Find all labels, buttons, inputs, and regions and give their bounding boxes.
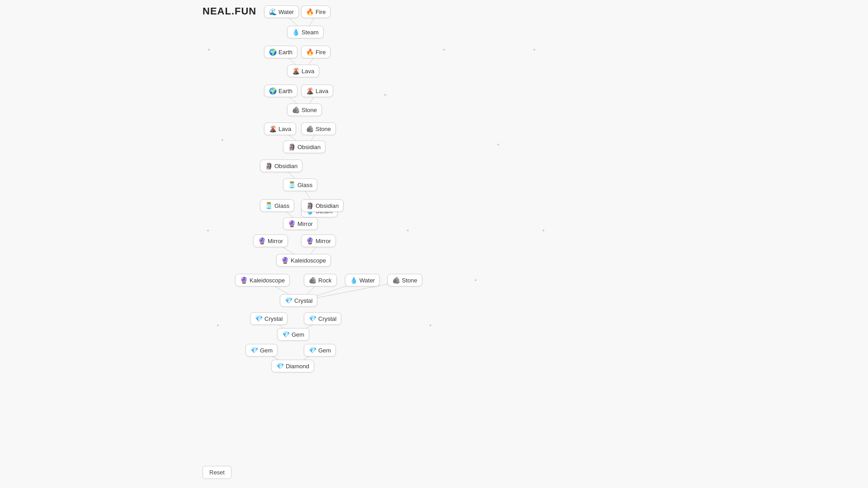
element-label: Water xyxy=(278,9,294,15)
element-label: Fire xyxy=(316,49,326,56)
element-label: Obsidian xyxy=(316,202,339,209)
element-gem3[interactable]: 💎Gem xyxy=(304,344,336,357)
element-fire2[interactable]: 🔥Fire xyxy=(301,46,330,58)
element-emoji: 💎 xyxy=(285,297,292,304)
element-emoji: 🌋 xyxy=(306,87,314,94)
reset-button[interactable]: Reset xyxy=(203,466,231,479)
element-emoji: 🫙 xyxy=(288,181,296,188)
element-emoji: 💎 xyxy=(250,347,258,354)
element-label: Lava xyxy=(316,88,328,94)
element-label: Crystal xyxy=(294,297,312,304)
element-label: Earth xyxy=(278,88,292,94)
element-mirror1[interactable]: 🔮Mirror xyxy=(283,217,318,230)
element-earth1[interactable]: 🌍Earth xyxy=(264,46,297,58)
element-stone1[interactable]: 🪨Stone xyxy=(287,103,322,116)
element-emoji: 🪨 xyxy=(392,277,400,284)
logo: NEAL.FUN xyxy=(203,5,256,17)
decorative-dot xyxy=(443,49,445,51)
element-label: Stone xyxy=(316,126,331,132)
element-lava1[interactable]: 🌋Lava xyxy=(287,65,319,77)
element-stone3[interactable]: 🪨Stone xyxy=(387,274,422,286)
decorative-dot xyxy=(207,230,209,231)
element-emoji: 🔥 xyxy=(306,48,314,56)
element-emoji: 💎 xyxy=(309,347,316,354)
element-label: Rock xyxy=(318,277,332,284)
element-emoji: 🔮 xyxy=(306,237,314,244)
element-emoji: 🪨 xyxy=(292,106,300,113)
element-label: Gem xyxy=(292,331,304,338)
element-steam1[interactable]: 💧Steam xyxy=(287,26,324,38)
element-label: Earth xyxy=(278,49,292,56)
element-emoji: 🔮 xyxy=(281,257,289,264)
element-emoji: 🌋 xyxy=(269,125,277,132)
decorative-dot xyxy=(533,49,535,51)
decorative-dot xyxy=(497,144,499,145)
element-obsidian3[interactable]: 🗿Obsidian xyxy=(301,199,344,212)
element-label: Water xyxy=(359,277,375,284)
decorative-dot xyxy=(429,324,431,326)
element-label: Lava xyxy=(278,126,291,132)
element-obsidian1[interactable]: 🗿Obsidian xyxy=(283,141,326,153)
element-crystal2[interactable]: 💎Crystal xyxy=(250,312,288,325)
element-label: Mirror xyxy=(268,238,283,244)
element-emoji: 🗿 xyxy=(288,143,296,150)
decorative-dot xyxy=(217,324,219,326)
element-emoji: 💧 xyxy=(350,277,358,284)
element-emoji: 💧 xyxy=(292,28,300,36)
decorative-dot xyxy=(407,230,409,231)
element-rock1[interactable]: 🪨Rock xyxy=(304,274,337,286)
element-label: Crystal xyxy=(264,315,283,322)
element-label: Diamond xyxy=(286,363,309,370)
decorative-dot xyxy=(384,94,386,96)
element-gem2[interactable]: 💎Gem xyxy=(245,344,278,357)
element-glass1[interactable]: 🫙Glass xyxy=(283,178,317,191)
element-fire1[interactable]: 🔥Fire xyxy=(301,5,330,18)
element-label: Mirror xyxy=(297,221,313,227)
decorative-dot xyxy=(208,49,210,51)
element-gem1[interactable]: 💎Gem xyxy=(277,328,309,341)
element-lava2[interactable]: 🌋Lava xyxy=(301,84,333,97)
element-crystal3[interactable]: 💎Crystal xyxy=(304,312,341,325)
element-emoji: 💎 xyxy=(276,362,284,370)
connection-lines xyxy=(0,0,868,488)
element-label: Lava xyxy=(302,68,314,75)
element-water1[interactable]: 🌊Water xyxy=(264,5,299,18)
element-crystal1[interactable]: 💎Crystal xyxy=(280,294,317,307)
element-kaleidoscope1[interactable]: 🔮Kaleidoscope xyxy=(276,254,331,267)
element-emoji: 🔥 xyxy=(306,8,314,15)
element-label: Glass xyxy=(274,202,289,209)
element-water2[interactable]: 💧Water xyxy=(345,274,380,286)
element-emoji: 🗿 xyxy=(306,202,314,209)
element-emoji: 💎 xyxy=(255,315,263,322)
element-mirror3[interactable]: 🔮Mirror xyxy=(301,235,336,247)
element-emoji: 🪨 xyxy=(309,277,316,284)
element-emoji: 🔮 xyxy=(258,237,266,244)
element-obsidian2[interactable]: 🗿Obsidian xyxy=(260,160,302,172)
element-label: Fire xyxy=(316,9,326,15)
element-label: Gem xyxy=(318,347,331,354)
element-emoji: 🗿 xyxy=(265,162,273,169)
element-label: Obsidian xyxy=(297,144,321,150)
element-label: Steam xyxy=(302,29,319,36)
element-emoji: 💎 xyxy=(282,331,290,338)
element-earth2[interactable]: 🌍Earth xyxy=(264,84,297,97)
element-label: Mirror xyxy=(316,238,331,244)
element-label: Gem xyxy=(260,347,273,354)
element-lava3[interactable]: 🌋Lava xyxy=(264,122,296,135)
element-emoji: 🔮 xyxy=(240,277,248,284)
element-stone2[interactable]: 🪨Stone xyxy=(301,122,336,135)
element-label: Kaleidoscope xyxy=(250,277,285,284)
element-emoji: 🌋 xyxy=(292,67,300,75)
element-mirror2[interactable]: 🔮Mirror xyxy=(253,235,288,247)
element-label: Obsidian xyxy=(274,163,297,169)
element-diamond1[interactable]: 💎Diamond xyxy=(271,360,314,372)
element-emoji: 🫙 xyxy=(265,202,273,209)
element-emoji: 🌍 xyxy=(269,87,277,94)
element-emoji: 🪨 xyxy=(306,125,314,132)
element-emoji: 🌊 xyxy=(269,8,277,15)
element-label: Stone xyxy=(402,277,417,284)
decorative-dot xyxy=(542,230,544,231)
element-label: Stone xyxy=(302,107,317,113)
element-kaleidoscope2[interactable]: 🔮Kaleidoscope xyxy=(235,274,290,286)
element-glass2[interactable]: 🫙Glass xyxy=(260,199,294,212)
